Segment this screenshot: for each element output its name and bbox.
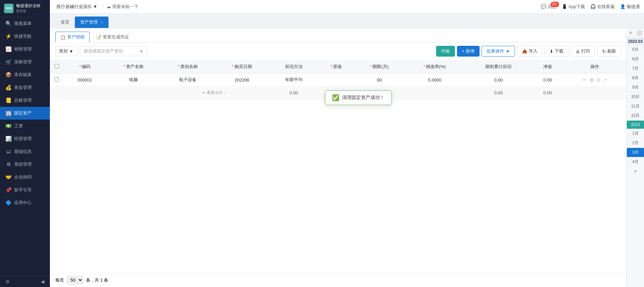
enterprise-icon: 🤝 — [5, 174, 11, 180]
sidebar-item-ledger[interactable]: 📒 总账管理 — [0, 94, 50, 107]
rp-month-10[interactable]: 10月 — [627, 92, 644, 102]
rp-month-5[interactable]: 5月 — [627, 45, 644, 55]
rp-expand-icon[interactable]: ⬜ — [637, 30, 642, 35]
row-net-value: 0.00 — [532, 73, 563, 87]
sidebar-item-search[interactable]: 🔍 搜索菜单 — [0, 17, 50, 30]
sidebar-item-label: 工资 — [14, 123, 23, 129]
refresh-icon: ↻ — [602, 49, 606, 54]
header-purchase-date: *购买日期 — [215, 60, 269, 73]
collapse-icon[interactable]: ◀ — [41, 279, 44, 284]
header-checkbox — [50, 60, 63, 73]
content: 📋 资产明细 📝 变更生成凭证 类别 ▼ 请选择固定资产类别 ▼ — [50, 28, 644, 287]
download-button[interactable]: ⬇ 下载 — [545, 46, 569, 57]
message-badge: 99+ — [551, 2, 559, 7]
subtab-asset-detail[interactable]: 📋 资产明细 — [55, 32, 90, 42]
rp-month-6[interactable]: 6月 — [627, 55, 644, 64]
pagination: 每页 50 条，共 1 条 — [50, 273, 626, 287]
category-filter[interactable]: 类别 ▼ — [55, 46, 77, 56]
sidebar-item-system[interactable]: ⚙ 系统管理 — [0, 158, 50, 171]
assets-table: *编码 *资产名称 *类别名称 *购买日期 — [50, 60, 626, 99]
sidebar-item-label: 销售管理 — [14, 46, 32, 52]
company-name: 医疗器械行业演示 — [57, 4, 92, 10]
edit-icon[interactable]: ✏ — [583, 77, 587, 83]
rp-month-12[interactable]: 12月 — [627, 111, 644, 121]
row-name: 电脑 — [106, 73, 160, 87]
payroll-icon: 💵 — [5, 123, 11, 129]
sidebar-item-quick-nav[interactable]: ⚡ 快捷导航 — [0, 30, 50, 43]
rp-month-1[interactable]: 1月 — [627, 129, 644, 138]
print-button[interactable]: 🖨 打印 — [571, 46, 595, 57]
rp-scroll-down[interactable]: ▼ — [627, 167, 644, 176]
tab-close-icon[interactable]: × — [101, 20, 103, 24]
reconcile-button[interactable]: 对账 — [436, 46, 455, 57]
rp-month-3[interactable]: 3月 — [627, 148, 644, 157]
row-residual-rate: 5.0000 — [405, 73, 465, 87]
subtabs: 📋 资产明细 📝 变更生成凭证 — [50, 28, 626, 42]
app-download-label: App下载 — [569, 4, 585, 10]
settings-icon[interactable]: ⚙ — [5, 279, 10, 284]
batch-button[interactable]: 批量操作 ▼ — [482, 46, 515, 57]
tab-asset-mgmt[interactable]: 资产管理 × — [75, 17, 109, 28]
experience-btn[interactable]: ☁ 我要体验一下 — [106, 4, 139, 10]
total-label: 条，共 1 条 — [86, 277, 108, 283]
rp-month-11[interactable]: 11月 — [627, 102, 644, 111]
sidebar-item-app-center[interactable]: 🔷 应用中心 — [0, 196, 50, 209]
import-button[interactable]: 📥 导入 — [517, 46, 543, 57]
sidebar-item-label: 总账管理 — [14, 97, 32, 103]
ledger-icon: 📒 — [5, 97, 11, 103]
app-download-btn[interactable]: 📱 App下载 — [562, 4, 585, 10]
add-button[interactable]: + 新增 — [457, 46, 480, 57]
subtotal-net-value: 0.00 — [532, 87, 563, 99]
sidebar-item-fixed-assets[interactable]: 🏢 固定资产 — [0, 107, 50, 120]
toolbar-right: 对账 + 新增 批量操作 ▼ 📥 导入 ⬇ 下载 — [436, 46, 621, 57]
finance-icon: 💰 — [5, 85, 11, 91]
sidebar-item-finance[interactable]: 💰 资金管理 — [0, 81, 50, 94]
rp-month-9[interactable]: 9月 — [627, 83, 644, 92]
rp-year-2023[interactable]: 2023 — [627, 121, 644, 129]
tabbar: 首页 资产管理 × — [50, 13, 644, 28]
sidebar-item-guide[interactable]: 📌 新手引导 — [0, 184, 50, 196]
select-all-checkbox[interactable] — [55, 64, 59, 68]
row-category: 电子设备 — [161, 73, 215, 87]
download-icon: ⬇ — [550, 49, 553, 54]
header-category: *类别名称 — [161, 60, 215, 73]
table-header-row: *编码 *资产名称 *类别名称 *购买日期 — [50, 60, 626, 73]
online-service-btn[interactable]: 🎧 在线客服 — [590, 4, 615, 10]
delete-icon[interactable]: 🗑 — [589, 77, 594, 83]
sidebar: AtA 畅捷通好业财 普及版 🔍 搜索菜单 ⚡ 快捷导航 📈 销售管理 🛒 采购… — [0, 0, 50, 287]
sidebar-item-basic-info[interactable]: 🗂 基础信息 — [0, 145, 50, 158]
subtab-change-voucher[interactable]: 📝 变更生成凭证 — [91, 32, 134, 42]
filter-dropdown-icon: ▼ — [69, 49, 73, 54]
search-icon: 🔍 — [5, 21, 11, 27]
category-input[interactable]: 请选择固定资产类别 ▼ — [80, 46, 147, 56]
user-info[interactable]: 👤 畅捷通 — [620, 4, 640, 10]
sidebar-item-payroll[interactable]: 💵 工资 — [0, 120, 50, 132]
sidebar-item-inventory[interactable]: 📦 库存核算 — [0, 68, 50, 81]
company-selector[interactable]: 医疗器械行业演示 ▼ — [54, 2, 100, 11]
row-select-checkbox[interactable] — [55, 77, 59, 82]
sidebar-item-label: 固定资产 — [14, 110, 32, 116]
sidebar-nav: 🔍 搜索菜单 ⚡ 快捷导航 📈 销售管理 🛒 采购管理 📦 库存核算 💰 资金管… — [0, 17, 50, 276]
ops-icon: 📊 — [5, 136, 11, 142]
toast-message: 清理固定资产成功！ — [342, 95, 385, 101]
refresh-button[interactable]: ↻ 刷新 — [597, 46, 621, 57]
rp-month-8[interactable]: 8月 — [627, 73, 644, 83]
sidebar-item-enterprise[interactable]: 🤝 企业协同 — [0, 171, 50, 184]
sidebar-item-label: 库存核算 — [14, 72, 32, 78]
more-icon[interactable]: ↗ — [603, 77, 607, 83]
copy-icon[interactable]: ⧉ — [597, 77, 600, 83]
sidebar-item-sales[interactable]: 📈 销售管理 — [0, 43, 50, 56]
sidebar-item-ops[interactable]: 📊 经营管理 — [0, 132, 50, 145]
rp-month-7[interactable]: 7月 — [627, 64, 644, 73]
subtotal-original-value: 0.00 — [269, 87, 318, 99]
cloud-icon: ☁ — [106, 4, 111, 9]
per-page-select[interactable]: 50 — [67, 276, 83, 284]
sidebar-item-purchase[interactable]: 🛒 采购管理 — [0, 56, 50, 68]
message-btn[interactable]: 💬 消息 99+ — [541, 4, 556, 10]
row-purchase-date: 202206 — [215, 73, 269, 87]
rp-close-icon[interactable]: ✕ — [629, 30, 633, 35]
rp-month-2[interactable]: 2月 — [627, 138, 644, 148]
rp-month-4[interactable]: 4月 — [627, 157, 644, 167]
tab-home[interactable]: 首页 — [55, 17, 75, 28]
header-residual-rate: *残值率(%) — [405, 60, 465, 73]
